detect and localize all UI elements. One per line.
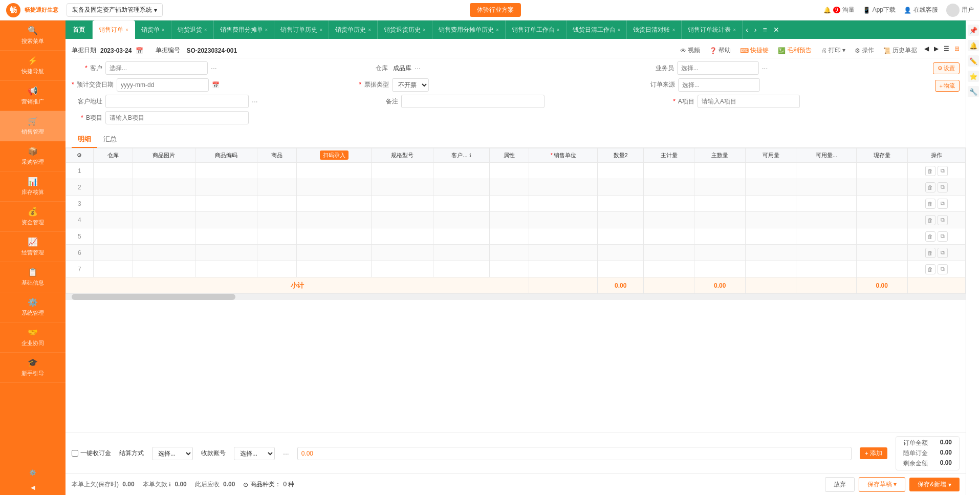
right-icon-pin[interactable]: 📌 <box>968 25 979 36</box>
delete-row-6-btn[interactable]: 🗑 <box>925 248 935 258</box>
cell-cust-2[interactable] <box>433 179 490 196</box>
profit-btn[interactable]: 💹毛利预告 <box>776 45 814 56</box>
view-btn[interactable]: 👁视频 <box>678 45 702 56</box>
discard-btn[interactable]: 放弃 <box>825 477 855 492</box>
tab-close-icon[interactable]: × <box>733 27 736 33</box>
tab-workbench[interactable]: 销售订单工作台 × <box>506 20 567 39</box>
sidebar-item-purchase[interactable]: 📦 采购管理 <box>0 141 66 171</box>
tab-sales-slip[interactable]: 销货单 × <box>135 20 171 39</box>
tab-close-icon[interactable]: × <box>496 27 499 33</box>
cell-warehouse-1[interactable] <box>93 163 133 179</box>
cell-mainunit-2[interactable] <box>644 179 694 196</box>
operation-btn[interactable]: ⚙操作 <box>853 45 876 56</box>
tab-close-icon[interactable]: × <box>672 27 675 33</box>
cell-product-3[interactable] <box>257 196 297 212</box>
cell-avail2-2[interactable] <box>796 179 857 196</box>
sidebar-item-search[interactable]: 🔍 搜索菜单 <box>0 20 66 51</box>
cell-mainqty-1[interactable] <box>694 163 745 179</box>
print-btn[interactable]: 🖨打印 ▾ <box>819 45 847 56</box>
delete-row-4-btn[interactable]: 🗑 <box>925 215 935 225</box>
copy-row-4-btn[interactable]: ⧉ <box>938 215 948 225</box>
tab-close-icon[interactable]: × <box>618 27 621 33</box>
cell-mainunit-3[interactable] <box>644 196 694 212</box>
project-b-input[interactable] <box>105 111 249 124</box>
right-icon-edit[interactable]: ✏️ <box>968 55 979 67</box>
cell-attr-1[interactable] <box>489 163 529 179</box>
arrow-right-icon[interactable]: ▶ <box>934 45 939 56</box>
tab-close-icon[interactable]: × <box>204 27 207 33</box>
customer-addr-input[interactable] <box>105 95 249 108</box>
copy-row-6-btn[interactable]: ⧉ <box>938 248 948 258</box>
receipt-expand-icon[interactable]: ··· <box>283 449 289 458</box>
add-payment-btn[interactable]: + 添加 <box>860 447 887 459</box>
remarks-input[interactable] <box>401 95 545 108</box>
delete-row-2-btn[interactable]: 🗑 <box>925 182 935 192</box>
tab-close-icon[interactable]: × <box>162 27 165 33</box>
cell-scan-3[interactable] <box>297 196 371 212</box>
cell-scan-2[interactable] <box>297 179 371 196</box>
tab-menu-btn[interactable]: ≡ <box>759 26 770 34</box>
salesperson-expand-icon[interactable]: ··· <box>762 64 768 72</box>
list-view-icon[interactable]: ☰ <box>944 45 949 56</box>
tab-sales-return[interactable]: 销货退货 × <box>171 20 214 39</box>
cell-stock-2[interactable] <box>857 179 907 196</box>
calendar-icon[interactable]: 📅 <box>136 47 143 54</box>
tab-close-icon[interactable]: × <box>423 27 426 33</box>
tab-close-icon[interactable]: × <box>125 27 128 33</box>
col-scan[interactable]: 扫码录入 <box>297 148 371 163</box>
customer-expand-icon[interactable]: ··· <box>211 64 217 72</box>
tab-close-icon[interactable]: × <box>557 27 560 33</box>
cell-avail-3[interactable] <box>745 196 796 212</box>
copy-row-1-btn[interactable]: ⧉ <box>938 166 948 176</box>
cell-avail-1[interactable] <box>745 163 796 179</box>
sidebar-settings-btn[interactable]: ⚙️ <box>0 465 66 480</box>
cell-code-3[interactable] <box>195 196 257 212</box>
customer-input[interactable] <box>105 61 208 75</box>
project-a-input[interactable] <box>698 95 800 108</box>
cell-photo-3[interactable] <box>133 196 195 212</box>
cell-warehouse-3[interactable] <box>93 196 133 212</box>
right-icon-tool[interactable]: 🔧 <box>968 86 979 97</box>
cell-unit-2[interactable] <box>529 179 598 196</box>
warehouse-expand-icon[interactable]: ··· <box>415 64 421 72</box>
industry-btn[interactable]: 体验行业方案 <box>470 3 521 17</box>
sidebar-item-management[interactable]: 📈 经营管理 <box>0 232 66 262</box>
tab-sales-expense[interactable]: 销售费用分摊单 × <box>214 20 275 39</box>
sidebar-collapse-btn[interactable]: ◀ <box>0 480 66 495</box>
cell-spec-3[interactable] <box>371 196 433 212</box>
grid-view-icon[interactable]: ⊞ <box>954 45 960 56</box>
cell-qty2-3[interactable] <box>598 196 644 212</box>
save-new-btn[interactable]: 保存&新增 ▾ <box>909 478 960 491</box>
sidebar-item-marketing[interactable]: 📢 营销推广 <box>0 81 66 111</box>
cell-avail2-1[interactable] <box>796 163 857 179</box>
save-draft-btn[interactable]: 保存草稿 ▾ <box>859 477 905 492</box>
cell-product-1[interactable] <box>257 163 297 179</box>
cell-photo-1[interactable] <box>133 163 195 179</box>
tab-return-history[interactable]: 销货退货历史 × <box>378 20 432 39</box>
amount-input[interactable] <box>297 447 852 460</box>
tab-summary[interactable]: 汇总 <box>97 132 123 148</box>
system-selector[interactable]: 装备及固定资产辅助管理系统 ▾ <box>67 3 163 17</box>
arrow-left-icon[interactable]: ◀ <box>924 45 929 56</box>
cell-mainqty-2[interactable] <box>694 179 745 196</box>
copy-row-3-btn[interactable]: ⧉ <box>938 199 948 209</box>
tab-stats[interactable]: 销售订单统计表 × <box>682 20 743 39</box>
cell-mainunit-1[interactable] <box>644 163 694 179</box>
sidebar-item-sales[interactable]: 🛒 销售管理 <box>0 111 66 141</box>
cell-warehouse-2[interactable] <box>93 179 133 196</box>
help-btn[interactable]: ❓帮助 <box>707 45 733 56</box>
cell-code-1[interactable] <box>195 163 257 179</box>
cell-cust-1[interactable] <box>433 163 490 179</box>
sidebar-item-quick[interactable]: ⚡ 快捷导航 <box>0 51 66 81</box>
salesperson-input[interactable] <box>677 61 759 75</box>
sidebar-item-guide[interactable]: 🎓 新手引导 <box>0 353 66 383</box>
cell-product-2[interactable] <box>257 179 297 196</box>
scroll-thumb[interactable] <box>72 294 235 300</box>
tab-prev-btn[interactable]: ‹ <box>743 26 751 34</box>
delete-row-5-btn[interactable]: 🗑 <box>925 231 935 242</box>
cell-qty2-1[interactable] <box>598 163 644 179</box>
tab-next-btn[interactable]: › <box>751 26 760 34</box>
tab-close-icon[interactable]: × <box>265 27 268 33</box>
invoice-type-select[interactable]: 不开票 <box>392 78 429 92</box>
cell-code-2[interactable] <box>195 179 257 196</box>
